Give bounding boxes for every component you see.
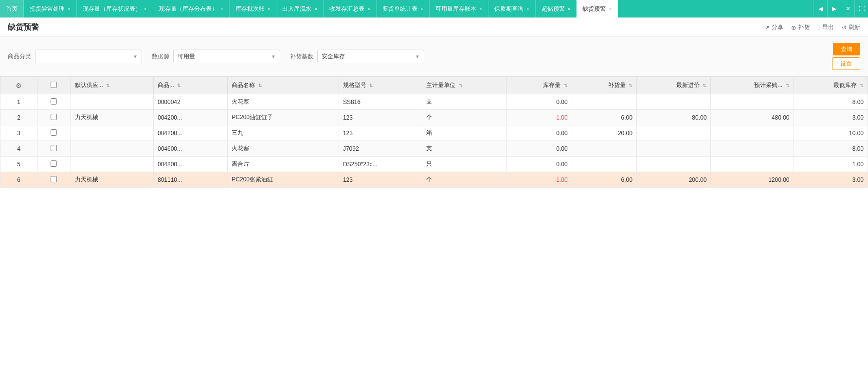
row-spec: DS250*23c... — [339, 157, 422, 172]
query-button[interactable]: 查询 — [833, 43, 860, 55]
tab-batch[interactable]: 库存批次账 × — [230, 0, 277, 18]
settings-col-header[interactable]: ⚙ — [0, 77, 37, 94]
page-header: 缺货预警 ↗ 分享 ⊕ 补货 ↓ 导出 ↺ 刷新 — [0, 18, 868, 37]
tab-requisition[interactable]: 要货单统计表 × — [377, 0, 430, 18]
row-checkbox[interactable] — [51, 160, 57, 167]
row-replenish — [572, 157, 636, 172]
replenish-base-select[interactable]: 安全库存 ▼ — [317, 50, 424, 63]
table-container[interactable]: ⚙ 默认供应... ⇅ 商品... ⇅ 商品名称 ⇅ — [0, 76, 868, 387]
close-inout-tab[interactable]: × — [314, 6, 317, 12]
tab-stock-dist[interactable]: 现存量（库存分布表） × — [153, 0, 230, 18]
row-spec: SS816 — [339, 94, 422, 110]
tab-prev-btn[interactable]: ◀ — [814, 0, 827, 18]
tab-overstock[interactable]: 超储预警 × — [536, 0, 577, 18]
tab-exception[interactable]: 拣货异常处理 × — [24, 0, 77, 18]
row-min-stock: 10.00 — [794, 125, 868, 141]
row-checkbox-cell[interactable] — [37, 110, 71, 125]
replenish-col-header[interactable]: 补货量 ⇅ — [572, 77, 636, 94]
export-button[interactable]: ↓ 导出 — [817, 23, 834, 32]
unit-col-header[interactable]: 主计量单位 ⇅ — [422, 77, 507, 94]
close-available-ledger-tab[interactable]: × — [479, 6, 482, 12]
row-min-stock: 3.00 — [794, 172, 868, 188]
row-checkbox[interactable] — [51, 129, 57, 136]
close-requisition-tab[interactable]: × — [420, 6, 423, 12]
tab-stock-status[interactable]: 现存量（库存状况表） × — [77, 0, 153, 18]
price-col-header[interactable]: 最新进价 ⇅ — [636, 77, 710, 94]
tab-close-btn[interactable]: ✕ — [841, 0, 854, 18]
name-col-header[interactable]: 商品名称 ⇅ — [228, 77, 339, 94]
table-row: 2 力天机械 004200... PC200油缸缸子 123 个 -1.00 6… — [0, 110, 868, 125]
tab-bar: 首页 拣货异常处理 × 现存量（库存状况表） × 现存量（库存分布表） × 库存… — [0, 0, 868, 18]
row-checkbox-cell[interactable] — [37, 94, 71, 110]
close-batch-tab[interactable]: × — [268, 6, 271, 12]
row-stock: -1.00 — [507, 110, 572, 125]
tab-navigation: ◀ ▶ ✕ ⛶ — [814, 0, 868, 18]
tab-next-btn[interactable]: ▶ — [827, 0, 841, 18]
share-button[interactable]: ↗ 分享 — [765, 23, 783, 32]
refresh-button[interactable]: ↺ 刷新 — [842, 23, 860, 32]
row-code: 004200... — [153, 125, 227, 141]
tab-home[interactable]: 首页 — [0, 0, 24, 18]
stock-col-header[interactable]: 库存量 ⇅ — [507, 77, 572, 94]
row-purchase — [711, 141, 794, 157]
row-name: PC200张紧油缸 — [228, 172, 339, 188]
row-min-stock: 3.00 — [794, 110, 868, 125]
gear-icon[interactable]: ⚙ — [16, 82, 22, 89]
row-unit: 个 — [422, 172, 507, 188]
row-checkbox-cell[interactable] — [37, 172, 71, 188]
row-price: 80.00 — [636, 110, 710, 125]
row-stock: -1.00 — [507, 172, 572, 188]
close-shortage-tab[interactable]: × — [609, 6, 612, 12]
tab-inout[interactable]: 出入库流水 × — [276, 0, 324, 18]
filter-action-buttons: 查询 设置 — [832, 43, 860, 70]
row-code: 004800... — [153, 157, 227, 172]
spec-col-header[interactable]: 规格型号 ⇅ — [339, 77, 422, 94]
unit-sort-icon: ⇅ — [459, 83, 463, 88]
row-checkbox[interactable] — [51, 114, 57, 120]
category-select[interactable]: ▼ — [35, 50, 142, 63]
checkbox-col-header[interactable] — [37, 77, 71, 94]
row-checkbox[interactable] — [51, 176, 57, 182]
close-stock-status-tab[interactable]: × — [144, 6, 147, 12]
purchase-col-header[interactable]: 预计采购... ⇅ — [711, 77, 794, 94]
close-exception-tab[interactable]: × — [68, 6, 71, 12]
row-price — [636, 94, 710, 110]
close-collect-tab[interactable]: × — [367, 6, 370, 12]
datasource-select[interactable]: 可用量 ▼ — [173, 50, 280, 63]
row-checkbox[interactable] — [51, 98, 57, 105]
row-name: PC200油缸缸子 — [228, 110, 339, 125]
row-code: 801110... — [153, 172, 227, 188]
tab-available-ledger[interactable]: 可用量库存账本 × — [430, 0, 488, 18]
settings-button[interactable]: 设置 — [832, 57, 860, 70]
row-checkbox-cell[interactable] — [37, 125, 71, 141]
replenish-base-filter-group: 补货基数 安全库存 ▼ — [290, 50, 424, 63]
row-spec: 123 — [339, 125, 422, 141]
tab-shortage[interactable]: 缺货预警 × — [577, 0, 618, 18]
row-checkbox-cell[interactable] — [37, 157, 71, 172]
tab-collect[interactable]: 收发存汇总表 × — [324, 0, 377, 18]
replenish-base-filter-label: 补货基数 — [290, 53, 313, 61]
row-name: 离合片 — [228, 157, 339, 172]
row-code: 0000042 — [153, 94, 227, 110]
code-col-header[interactable]: 商品... ⇅ — [153, 77, 227, 94]
min-stock-col-header[interactable]: 最低库存 ⇅ — [794, 77, 868, 94]
row-min-stock: 8.00 — [794, 141, 868, 157]
datasource-value: 可用量 — [178, 53, 195, 61]
close-expiry-tab[interactable]: × — [526, 6, 529, 12]
tab-fullscreen-btn[interactable]: ⛶ — [854, 0, 868, 18]
replenish-button[interactable]: ⊕ 补货 — [791, 23, 810, 32]
supplier-col-header[interactable]: 默认供应... ⇅ — [71, 77, 153, 94]
price-sort-icon: ⇅ — [703, 83, 706, 88]
row-spec: 123 — [339, 110, 422, 125]
row-checkbox[interactable] — [51, 145, 57, 151]
table-body: 1 0000042 火花塞 SS816 支 0.00 8.00 2 力天机械 0… — [0, 94, 868, 188]
row-unit: 支 — [422, 141, 507, 157]
row-checkbox-cell[interactable] — [37, 141, 71, 157]
select-all-checkbox[interactable] — [51, 82, 57, 88]
row-supplier — [71, 94, 153, 110]
row-name: 三九 — [228, 125, 339, 141]
tab-expiry[interactable]: 保质期查询 × — [488, 0, 536, 18]
close-overstock-tab[interactable]: × — [568, 6, 571, 12]
data-table: ⚙ 默认供应... ⇅ 商品... ⇅ 商品名称 ⇅ — [0, 76, 868, 188]
close-stock-dist-tab[interactable]: × — [220, 6, 223, 12]
